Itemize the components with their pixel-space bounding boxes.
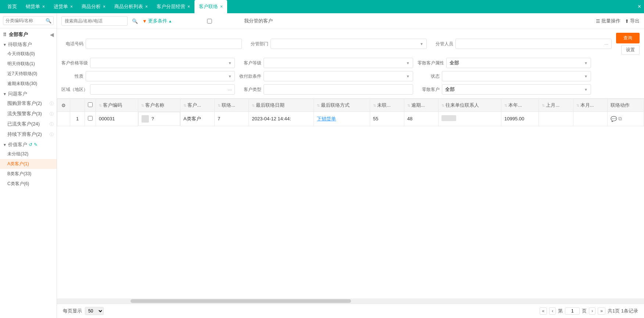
sidebar-item-hoarding-anomaly[interactable]: 囤购异常客户(2)ⓘ (0, 98, 57, 109)
filter-nature-label: 性质 (61, 73, 83, 80)
content-area: 🔍 ▼ 更多条件 ▲ 我分管的客户 ☰ 批量操作 ⬆ 导出 (57, 13, 644, 318)
export-button[interactable]: ⬆ 导出 (625, 18, 640, 24)
nav-customer-contact-close[interactable]: × (220, 4, 223, 9)
sidebar-search-icon[interactable]: 🔍 (46, 18, 51, 24)
batch-op-button[interactable]: ☰ 批量操作 (596, 18, 620, 24)
settings-button[interactable]: 设置 (621, 45, 640, 55)
th-customer-type[interactable]: 客户... (180, 99, 214, 112)
sidebar: 🔍 ⠿ 全部客户 ◀ ▼ 待联络客户 今天待联络(0) 明天待联络(1) 近7天… (0, 13, 57, 318)
sidebar-item-tomorrow-pending[interactable]: 明天待联络(1) (0, 59, 57, 69)
sidebar-group-problem-customers[interactable]: ▼ 问题客户 (0, 89, 57, 98)
sidebar-item-7days-pending[interactable]: 近7天待联络(0) (0, 69, 57, 79)
filter-dept-select[interactable]: ▼ (271, 39, 427, 49)
select-all-checkbox[interactable] (88, 102, 93, 107)
search-input[interactable] (61, 16, 128, 26)
th-customer-name[interactable]: 客户名称 (138, 99, 180, 112)
sidebar-item-declining[interactable]: 持续下滑客户(2)ⓘ (0, 129, 57, 139)
filter-customer-level-select[interactable]: ▼ (264, 58, 413, 68)
horizontal-scrollbar[interactable] (57, 298, 644, 304)
nav-purchase-label: 进货单 (54, 3, 68, 10)
filter-region-select[interactable]: ··· (90, 84, 235, 95)
filter-person-select[interactable]: ··· (455, 39, 612, 49)
sidebar-item-unclassified[interactable]: 未分组(32) (0, 149, 57, 159)
nav-sales-close[interactable]: × (42, 4, 45, 9)
group-label-value-customers: 价值客户 (8, 141, 27, 148)
next-page-button[interactable]: › (589, 307, 595, 315)
more-conditions-label: 更多条件 (148, 18, 167, 24)
sidebar-item-churn-warning[interactable]: 流失预警客户(3)ⓘ (0, 109, 57, 119)
scrollbar-thumb[interactable] (130, 299, 351, 303)
nav-customer-tier-close[interactable]: × (187, 4, 190, 9)
sidebar-all-customers-header[interactable]: ⠿ 全部客户 ◀ (0, 28, 57, 39)
row-checkbox[interactable] (88, 116, 93, 121)
filter-payment-select[interactable]: ▼ (264, 71, 413, 81)
table-header-row: ⚙ 客户编码 客户名称 客户... 联络... 最后联络日期 最后联络方式 未联… (57, 99, 644, 112)
sidebar-group-value-customers[interactable]: ▼ 价值客户 ↺ ✎ (0, 139, 57, 149)
search-button[interactable]: 🔍 (132, 18, 138, 24)
filter-nature-select[interactable]: ▼ (86, 71, 235, 81)
nav-home[interactable]: 首页 (3, 0, 21, 13)
my-customers-checkbox-label[interactable]: 我分管的客户 (176, 18, 273, 24)
last-page-button[interactable]: » (598, 307, 605, 315)
total-records-label: 共1页 1条记录 (608, 308, 638, 314)
th-last-contact-method[interactable]: 最后联络方式 (314, 99, 370, 112)
sidebar-group-pending-contact[interactable]: ▼ 待联络客户 (0, 39, 57, 49)
sidebar-all-customers-label: 全部客户 (9, 31, 28, 38)
nav-customer-tier[interactable]: 客户分层经营 × (152, 0, 194, 13)
filter-retail-attr: 零散客户属性 全部 ▼ (418, 58, 591, 68)
th-unit-contact[interactable]: 往来单位联系人 (439, 99, 501, 112)
sidebar-item-today-pending[interactable]: 今天待联络(0) (0, 49, 57, 59)
nav-purchase-close[interactable]: × (70, 4, 73, 9)
filter-phone-input[interactable] (86, 39, 242, 49)
sidebar-item-overdue-contact[interactable]: 逾期未联络(30) (0, 79, 57, 89)
value-customers-edit[interactable]: ✎ (34, 142, 37, 147)
filter-retail-customer-select[interactable]: 全部 ▼ (442, 84, 591, 95)
close-all-tabs[interactable]: × (638, 3, 641, 10)
more-conditions-button[interactable]: ▼ 更多条件 ▲ (142, 18, 172, 24)
action-chat-icon[interactable]: 💬 (611, 116, 617, 122)
th-this-month[interactable]: 本月... (573, 99, 607, 112)
nav-product-analysis-list-label: 商品分析列表 (114, 3, 143, 10)
filter-status-select[interactable]: ▼ (442, 71, 591, 81)
first-page-button[interactable]: « (540, 307, 547, 315)
filter-person-dots[interactable]: ··· (604, 41, 608, 47)
nav-sales[interactable]: 销货单 × (21, 0, 49, 13)
filter-customer-type: 客户类型 (239, 84, 413, 95)
td-customer-code: 000031 (96, 112, 138, 126)
sidebar-item-class-b[interactable]: B类客户(33) (0, 169, 57, 179)
th-last-month[interactable]: 上月... (539, 99, 573, 112)
per-page-select[interactable]: 50 100 200 (85, 307, 104, 315)
page-label: 第 (558, 308, 563, 314)
th-overdue[interactable]: 逾期... (404, 99, 438, 112)
sidebar-item-class-c[interactable]: C类客户(6) (0, 179, 57, 189)
gear-icon[interactable]: ⚙ (61, 103, 66, 108)
prev-page-button[interactable]: ‹ (549, 307, 556, 315)
nav-product-analysis-list[interactable]: 商品分析列表 × (110, 0, 152, 13)
th-not-contacted[interactable]: 未联... (370, 99, 404, 112)
table-body: 1 000031 ？ A类客户 7 2023-04-12 14:44: (57, 112, 644, 126)
query-button[interactable]: 查询 (616, 33, 640, 43)
filter-region-dots[interactable]: ··· (228, 87, 232, 92)
last-contact-method-link[interactable]: 下销货单 (317, 116, 336, 121)
th-this-year[interactable]: 本年... (501, 99, 539, 112)
filter-price-level-select[interactable]: ▼ (90, 58, 235, 68)
nav-customer-contact[interactable]: 客户联络 × (194, 0, 227, 13)
nav-product-analysis-close[interactable]: × (103, 4, 105, 9)
filter-bar: 🔍 ▼ 更多条件 ▲ 我分管的客户 ☰ 批量操作 ⬆ 导出 (57, 13, 644, 29)
th-last-contact-date[interactable]: 最后联络日期 (249, 99, 314, 112)
sidebar-collapse-icon[interactable]: ◀ (50, 32, 54, 38)
filter-customer-type-input[interactable] (264, 84, 413, 95)
sidebar-item-class-a[interactable]: A类客户(1) (0, 159, 57, 169)
group-label-problem-customers: 问题客户 (8, 91, 27, 97)
value-customers-refresh[interactable]: ↺ (29, 142, 32, 147)
th-customer-code[interactable]: 客户编码 (96, 99, 138, 112)
sidebar-item-churned[interactable]: 已流失客户(24)ⓘ (0, 119, 57, 129)
nav-purchase[interactable]: 进货单 × (49, 0, 77, 13)
nav-product-analysis[interactable]: 商品分析 × (77, 0, 110, 13)
action-link-icon[interactable]: ⧉ (618, 116, 622, 122)
filter-retail-attr-select[interactable]: 全部 ▼ (446, 58, 591, 68)
th-contact-count[interactable]: 联络... (215, 99, 249, 112)
my-customers-checkbox[interactable] (176, 19, 243, 24)
page-input[interactable] (565, 307, 580, 315)
nav-product-analysis-list-close[interactable]: × (145, 4, 148, 9)
